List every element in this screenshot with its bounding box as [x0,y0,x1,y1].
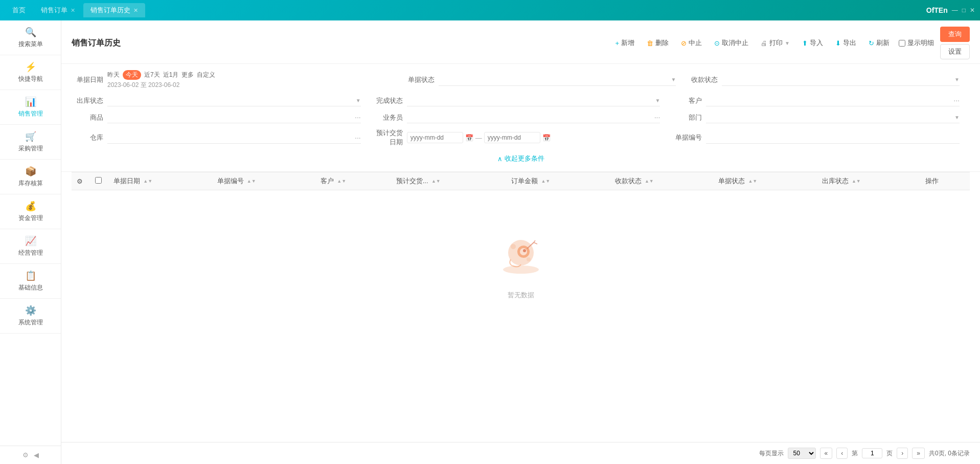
sidebar-item-inventory[interactable]: 📦 库存核算 [0,160,61,194]
operations-icon: 📈 [25,235,36,247]
table-checkbox-th[interactable] [90,172,108,190]
minimize-btn[interactable]: — [952,7,958,14]
date-custom[interactable]: 自定义 [197,71,215,79]
department-arrow[interactable]: ▼ [954,115,960,120]
customer-dots[interactable]: ··· [953,96,960,104]
payment-status-input[interactable] [722,75,954,84]
toolbar: + 新增 🗑 删除 ⊘ 中止 ⊙ 取消中止 🖨 打印 [612,27,970,59]
expected-date-end[interactable] [484,132,540,143]
tab-sales-history-close[interactable]: ✕ [133,7,138,14]
department-input[interactable] [706,113,954,122]
col-order-status[interactable]: 单据状态 ▲▼ [713,172,817,190]
sidebar-basicinfo-label: 基础信息 [18,283,43,292]
table-settings-th[interactable]: ⚙ [72,172,90,190]
table-header-row: ⚙ 单据日期 ▲▼ 单据编号 ▲▼ [72,172,970,190]
tab-sales-order[interactable]: 销售订单 ✕ [34,3,82,17]
tab-home[interactable]: 首页 [5,3,33,17]
order-status-control: ▼ [439,74,676,86]
calendar-start-icon[interactable]: 📅 [465,134,473,142]
col-orderno[interactable]: 单据编号 ▲▼ [212,172,316,190]
col-action: 操作 [920,172,970,190]
col-customer[interactable]: 客户 ▲▼ [315,172,391,190]
sidebar-item-operations[interactable]: 📈 经营管理 [0,229,61,264]
refresh-button[interactable]: ↻ 刷新 [865,36,893,50]
setting-button[interactable]: 设置 [940,44,970,59]
out-status-arrow[interactable]: ▼ [356,98,361,103]
new-button[interactable]: + 新增 [612,36,638,50]
col-expected[interactable]: 预计交货... ▲▼ [391,172,506,190]
col-payment[interactable]: 收款状态 ▲▼ [610,172,714,190]
sidebar-item-purchase[interactable]: 🛒 采购管理 [0,125,61,160]
salesperson-input[interactable] [407,113,654,122]
svg-point-8 [511,244,516,249]
maximize-btn[interactable]: □ [962,7,966,14]
expected-date-group: 📅 — 📅 [407,132,660,143]
product-dots[interactable]: ··· [355,113,361,121]
salesperson-dots[interactable]: ··· [654,113,660,121]
date-7days[interactable]: 近7天 [144,71,160,79]
prev-page-btn[interactable]: ‹ [836,448,848,459]
table-settings-icon[interactable]: ⚙ [77,178,83,185]
complete-status-arrow[interactable]: ▼ [655,98,660,103]
sort-orderno-icons: ▲▼ [247,179,256,184]
payment-status-arrow[interactable]: ▼ [954,77,960,82]
date-yesterday[interactable]: 昨天 [107,71,120,79]
sort-customer-icons: ▲▼ [337,179,346,184]
sidebar-collapse-icon[interactable]: ◀ [34,451,39,459]
sidebar-item-quicknav[interactable]: ⚡ 快捷导航 [0,55,61,90]
warehouse-dots[interactable]: ··· [355,134,361,142]
delete-icon: 🗑 [647,39,653,47]
delete-button[interactable]: 🗑 删除 [644,36,672,50]
sidebar-item-system[interactable]: ⚙️ 系统管理 [0,299,61,334]
brand-label: OfTEn [926,6,948,14]
expected-date-start[interactable] [407,132,463,143]
print-icon: 🖨 [761,39,767,47]
import-button[interactable]: ⬆ 导入 [799,36,826,50]
warehouse-input[interactable] [107,133,355,142]
calendar-end-icon[interactable]: 📅 [542,134,551,142]
display-columns-checkbox[interactable]: 显示明细 [899,38,934,48]
collapse-button[interactable]: ∧ 收起更多条件 [72,152,970,165]
close-btn[interactable]: ✕ [970,7,975,14]
col-amount[interactable]: 订单金额 ▲▼ [506,172,610,190]
complete-status-input[interactable] [407,96,655,105]
cancel-stop-button[interactable]: ⊙ 取消中止 [711,36,751,50]
complete-status-label: 完成状态 [371,96,407,105]
product-input[interactable] [107,113,355,122]
out-status-control: ▼ [107,95,361,106]
order-status-arrow[interactable]: ▼ [671,77,676,82]
sidebar-item-finance[interactable]: 💰 资金管理 [0,194,61,229]
date-quick-select: 昨天 今天 近7天 近1月 更多 自定义 [107,70,382,80]
query-button[interactable]: 查询 [940,27,970,42]
export-label: 导出 [843,38,856,48]
page-number-input[interactable] [862,448,882,458]
stop-button[interactable]: ⊘ 中止 [678,36,705,50]
first-page-btn[interactable]: « [820,448,833,459]
finance-icon: 💰 [25,201,36,212]
date-1month[interactable]: 近1月 [163,71,179,79]
date-today[interactable]: 今天 [123,70,141,80]
col-out-status[interactable]: 出库状态 ▲▼ [817,172,921,190]
col-date[interactable]: 单据日期 ▲▼ [108,172,212,190]
date-more[interactable]: 更多 [181,71,194,79]
page-size-select[interactable]: 10 20 50 100 [788,448,816,459]
sidebar-item-search[interactable]: 🔍 搜索菜单 [0,20,61,55]
select-all-checkbox[interactable] [95,177,102,184]
order-status-input[interactable] [439,75,671,84]
export-button[interactable]: ⬇ 导出 [832,36,859,50]
order-no-input[interactable] [706,133,960,142]
last-page-btn[interactable]: » [912,448,925,459]
customer-input[interactable] [706,96,953,105]
department-label: 部门 [670,113,706,122]
next-page-btn[interactable]: › [897,448,908,459]
print-button[interactable]: 🖨 打印 ▼ [758,36,793,50]
search-icon: 🔍 [25,27,36,38]
sidebar-item-basic-info[interactable]: 📋 基础信息 [0,264,61,299]
out-status-input[interactable] [107,96,356,105]
product-label: 商品 [72,113,107,122]
display-columns-input[interactable] [899,40,905,47]
sidebar-item-sales[interactable]: 📊 销售管理 [0,90,61,125]
tab-sales-history[interactable]: 销售订单历史 ✕ [83,3,145,17]
sidebar-settings-icon[interactable]: ⚙ [22,451,29,459]
tab-sales-order-close[interactable]: ✕ [71,7,75,14]
